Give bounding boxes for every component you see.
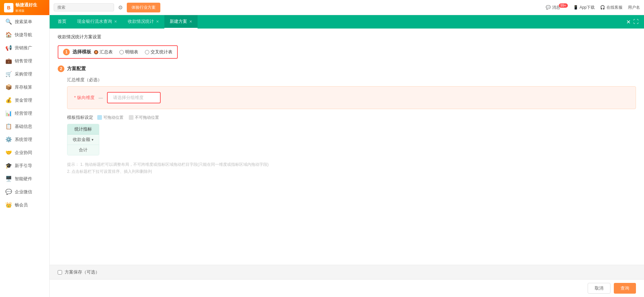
legend-draggable-label: 可拖动位置 <box>103 115 123 120</box>
metrics-table-wrapper: 统计指标 收款金额 ▾ <box>67 124 99 155</box>
tab-close-all-icon[interactable]: ✕ <box>626 19 631 25</box>
sidebar-item-label: 营销推广 <box>15 45 32 51</box>
table-row: 合计 <box>67 145 99 155</box>
sidebar-item-guide[interactable]: 🎓 新手引导 <box>0 159 49 172</box>
sidebar-item-label: 搜索菜单 <box>15 19 32 25</box>
sidebar-item-label: 采购管理 <box>15 71 32 77</box>
purchase-icon: 🛒 <box>5 71 12 77</box>
tab-cashflow[interactable]: 现金银行流水查询 ✕ <box>72 15 122 29</box>
message-icon: 💬 <box>546 5 551 10</box>
page-title: 收款情况统计方案设置 <box>58 34 636 40</box>
topbar-right: 💬 消息 99+ 📱 App下载 🎧 在线客服 用户名 <box>546 5 640 10</box>
management-icon: 📊 <box>5 110 12 116</box>
tab-expand-icon[interactable]: ⛶ <box>633 19 639 25</box>
metrics-col-amount[interactable]: 收款金额 ▾ <box>67 135 99 145</box>
radio-detail-input[interactable] <box>119 50 124 54</box>
sidebar-item-label: 资金管理 <box>15 97 32 103</box>
radio-detail[interactable]: 明细表 <box>119 49 138 55</box>
system-icon: ⚙️ <box>5 136 12 143</box>
sidebar-item-label: 快捷导航 <box>15 32 32 38</box>
user-name[interactable]: 用户名 <box>628 5 640 10</box>
sidebar-item-finance[interactable]: 💰 资金管理 <box>0 94 49 107</box>
member-icon: 👑 <box>5 202 12 208</box>
content-area: 收款情况统计方案设置 1 选择模板 汇总表 <box>50 29 644 297</box>
template-radio-group: 汇总表 明细表 交叉统计表 <box>94 49 172 55</box>
brand-name: 畅捷通好生 <box>15 2 37 8</box>
sidebar-item-label: 销售管理 <box>15 58 32 64</box>
legend-not-draggable: 不可拖动位置 <box>129 115 159 120</box>
dimension-select[interactable]: 请选择分组维度 <box>107 92 161 103</box>
step2-title: 方案配置 <box>67 66 86 72</box>
app-download-button[interactable]: 📱 App下载 <box>573 5 595 10</box>
sidebar: B 畅捷通好生 标准版 🔍 搜索菜单 🏠 快捷导航 📢 营销推广 💼 销售管理 … <box>0 0 50 297</box>
basic-info-icon: 📋 <box>5 123 12 130</box>
finance-icon: 💰 <box>5 97 12 103</box>
tab-cashflow-close-icon[interactable]: ✕ <box>114 19 117 24</box>
query-button[interactable]: 查询 <box>614 283 636 294</box>
sidebar-item-marketing[interactable]: 📢 营销推广 <box>0 41 49 54</box>
collab-icon: 🤝 <box>5 149 12 156</box>
sidebar-item-system[interactable]: ⚙️ 系统管理 <box>0 133 49 146</box>
message-count: 99+ <box>559 3 568 8</box>
trial-button[interactable]: 体验行业方案 <box>127 3 160 12</box>
sidebar-item-label: 企业微信 <box>15 189 32 195</box>
cancel-button[interactable]: 取消 <box>588 283 610 294</box>
metrics-header-label: 统计指标 <box>74 127 92 132</box>
sidebar-item-wechat[interactable]: 💬 企业微信 <box>0 185 49 198</box>
tab-new-plan[interactable]: 新建方案 ✕ <box>164 15 198 29</box>
metrics-header: 模板指标设定 可拖动位置 不可拖动位置 <box>67 114 636 120</box>
save-checkbox[interactable] <box>58 270 62 275</box>
amount-label: 收款金额 <box>73 137 90 143</box>
content-inner: 收款情况统计方案设置 1 选择模板 汇总表 <box>50 29 644 265</box>
save-label[interactable]: 方案保存（可选） <box>65 269 100 275</box>
step2-section: 2 方案配置 汇总维度（必选） * 纵向维度 — 请选择分组维度 <box>58 65 636 175</box>
brand-badge: 标准版 <box>15 9 37 13</box>
sidebar-item-label: 系统管理 <box>15 137 32 143</box>
metrics-col-total: 合计 <box>67 145 99 155</box>
sidebar-item-member[interactable]: 👑 畅会员 <box>0 198 49 211</box>
gear-icon[interactable]: ⚙ <box>118 4 123 11</box>
chevron-down-icon[interactable]: ▾ <box>92 138 94 142</box>
metrics-table: 统计指标 收款金额 ▾ <box>67 124 99 155</box>
sidebar-item-label: 新手引导 <box>15 163 32 169</box>
message-button[interactable]: 💬 消息 99+ <box>546 5 568 10</box>
sidebar-item-collab[interactable]: 🤝 企业协同 <box>0 146 49 159</box>
metrics-label: 模板指标设定 <box>67 114 93 120</box>
tab-new-plan-label: 新建方案 <box>170 18 187 24</box>
online-service-button[interactable]: 🎧 在线客服 <box>600 5 623 10</box>
sidebar-item-basic-info[interactable]: 📋 基础信息 <box>0 120 49 133</box>
brand-icon: B <box>4 3 13 12</box>
tab-receipts-label: 收款情况统计 <box>128 18 154 24</box>
sidebar-item-search[interactable]: 🔍 搜索菜单 <box>0 15 49 28</box>
hardware-icon: 🖥️ <box>5 176 12 182</box>
home-icon: 🏠 <box>5 32 12 38</box>
search-menu-icon: 🔍 <box>5 18 12 25</box>
sidebar-item-label: 智能硬件 <box>15 176 32 182</box>
wechat-icon: 💬 <box>5 189 12 195</box>
search-input[interactable] <box>54 3 114 11</box>
radio-summary-label: 汇总表 <box>100 49 113 55</box>
tab-new-plan-close-icon[interactable]: ✕ <box>189 19 192 24</box>
sidebar-item-hardware[interactable]: 🖥️ 智能硬件 <box>0 172 49 185</box>
sidebar-item-sales[interactable]: 💼 销售管理 <box>0 54 49 67</box>
sales-icon: 💼 <box>5 58 12 64</box>
tab-receipts-close-icon[interactable]: ✕ <box>156 19 159 24</box>
guide-icon: 🎓 <box>5 162 12 169</box>
radio-detail-label: 明细表 <box>125 49 138 55</box>
tab-home[interactable]: 首页 <box>52 15 72 29</box>
radio-summary[interactable]: 汇总表 <box>94 49 113 55</box>
sidebar-item-home[interactable]: 🏠 快捷导航 <box>0 28 49 41</box>
sidebar-item-inventory[interactable]: 📦 库存核算 <box>0 81 49 94</box>
radio-cross[interactable]: 交叉统计表 <box>145 49 172 55</box>
legend-draggable: 可拖动位置 <box>97 115 123 120</box>
tab-receipts[interactable]: 收款情况统计 ✕ <box>122 15 164 29</box>
sidebar-item-purchase[interactable]: 🛒 采购管理 <box>0 67 49 81</box>
sidebar-item-management[interactable]: 📊 经营管理 <box>0 107 49 120</box>
tip2: 2. 点击标题栏下拉可设置排序、插入列和删除列 <box>67 169 636 175</box>
radio-summary-input[interactable] <box>94 50 98 54</box>
tab-home-label: 首页 <box>58 18 66 24</box>
radio-cross-input[interactable] <box>145 50 149 54</box>
not-draggable-dot <box>129 115 133 120</box>
total-label: 合计 <box>79 147 88 152</box>
sidebar-item-label: 基础信息 <box>15 123 32 130</box>
